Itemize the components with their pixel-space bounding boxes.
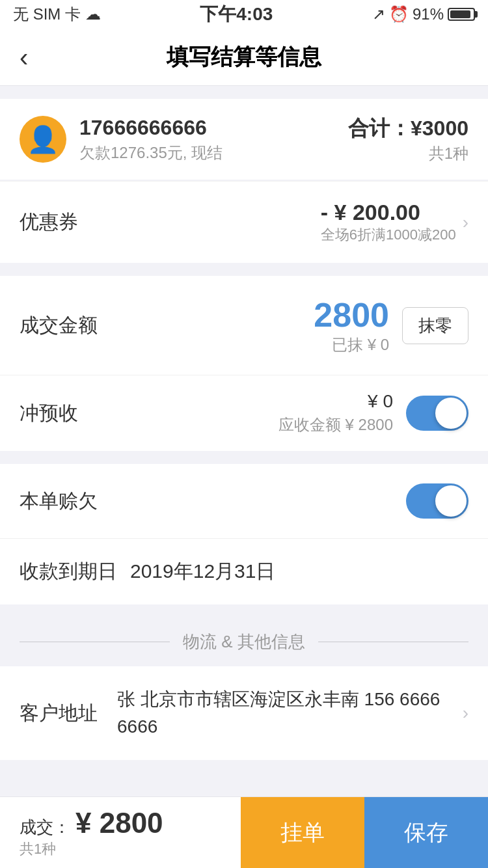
sim-status: 无 SIM 卡 ☁ [13,4,101,25]
debt-label: 本单赊欠 [20,488,98,515]
logistics-divider: 物流 & 其他信息 [0,617,488,666]
customer-phone: 17666666666 [79,116,223,140]
address-row[interactable]: 客户地址 张 北京市市辖区海淀区永丰南 156 6666 6666 › [0,666,488,760]
form-section-deal: 成交金额 2800 已抹 ¥ 0 抹零 冲预收 ¥ 0 应收金额 ¥ 2800 [0,276,488,451]
section-divider-2 [0,451,488,464]
content-area: 👤 17666666666 欠款1276.35元, 现结 合计：¥3000 共1… [0,86,488,868]
alarm-icon: ⏰ [389,5,409,23]
prepaid-values: ¥ 0 应收金额 ¥ 2800 [278,391,393,435]
location-icon: ↗ [372,5,385,23]
section-divider-1 [0,263,488,276]
save-button[interactable]: 保存 [364,797,488,869]
customer-info: 17666666666 欠款1276.35元, 现结 [79,116,223,163]
battery-icon [448,8,475,21]
status-time: 下午4:03 [200,2,273,27]
prepaid-toggle[interactable] [406,396,468,431]
prepaid-value: ¥ 0 [368,391,393,412]
debt-toggle-knob [435,485,467,517]
page-title: 填写结算等信息 [167,42,321,72]
logistics-label: 物流 & 其他信息 [183,631,305,653]
prepaid-receivable: 应收金额 ¥ 2800 [278,414,393,435]
form-section-debt: 本单赊欠 收款到期日 2019年12月31日 [0,464,488,604]
address-chevron-icon: › [463,703,468,724]
round-button[interactable]: 抹零 [402,307,468,344]
deal-amount-value: 2800 [314,295,389,334]
status-right: ↗ ⏰ 91% [372,5,475,23]
due-date-value: 2019年12月31日 [130,558,275,585]
user-icon: 👤 [27,124,59,155]
total-amount: 合计：¥3000 [348,115,468,143]
address-label: 客户地址 [20,700,98,727]
deal-amount-row: 成交金额 2800 已抹 ¥ 0 抹零 [0,276,488,375]
debt-toggle[interactable] [406,483,468,519]
divider-line-left [20,642,170,642]
customer-right: 合计：¥3000 共1种 [348,115,468,164]
coupon-amount: - ¥ 200.00 [321,200,456,225]
debt-row: 本单赊欠 [0,464,488,539]
nav-bar: ‹ 填写结算等信息 [0,29,488,86]
chevron-right-icon: › [463,212,468,233]
hang-button[interactable]: 挂单 [241,797,364,869]
coupon-label: 优惠券 [20,209,78,236]
status-left: 无 SIM 卡 ☁ [13,4,101,25]
status-bar: 无 SIM 卡 ☁ 下午4:03 ↗ ⏰ 91% [0,0,488,29]
toggle-knob [435,398,467,429]
deal-amount-note: 已抹 ¥ 0 [314,334,389,355]
divider-line-right [318,642,468,642]
coupon-row[interactable]: 优惠券 - ¥ 200.00 全场6折满1000减200 › [0,181,488,263]
bottom-summary: 成交： ¥ 2800 共1种 [0,807,241,859]
customer-left: 👤 17666666666 欠款1276.35元, 现结 [20,116,223,163]
avatar: 👤 [20,116,66,163]
bottom-deal-value: ¥ 2800 [75,807,163,839]
back-button[interactable]: ‹ [20,44,28,70]
bottom-deal: 成交： ¥ 2800 [20,807,221,839]
prepaid-right: ¥ 0 应收金额 ¥ 2800 [278,391,468,435]
prepaid-label: 冲预收 [20,400,78,427]
bottom-bar: 成交： ¥ 2800 共1种 挂单 保存 [0,796,488,868]
battery-percent: 91% [413,5,444,23]
coupon-desc: 全场6折满1000减200 [321,225,456,245]
customer-card: 👤 17666666666 欠款1276.35元, 现结 合计：¥3000 共1… [0,99,488,180]
deal-amount-right: 2800 已抹 ¥ 0 抹零 [314,295,468,355]
coupon-right: - ¥ 200.00 全场6折满1000减200 › [321,200,468,245]
prepaid-row: 冲预收 ¥ 0 应收金额 ¥ 2800 [0,375,488,451]
due-date-label: 收款到期日 [20,558,117,585]
bottom-deal-label: 成交： [20,816,70,839]
due-date-row: 收款到期日 2019年12月31日 [0,539,488,604]
total-count: 共1种 [348,143,468,164]
customer-debt: 欠款1276.35元, 现结 [79,142,223,163]
bottom-count: 共1种 [20,839,221,859]
deal-amount-label: 成交金额 [20,312,98,339]
address-value: 张 北京市市辖区海淀区永丰南 156 6666 6666 [117,686,456,740]
